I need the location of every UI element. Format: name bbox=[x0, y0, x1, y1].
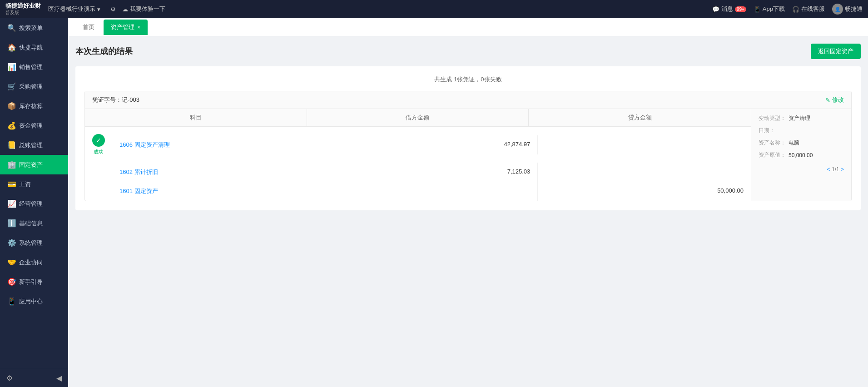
ledger-icon: 📒 bbox=[7, 141, 15, 149]
col-credit-header: 贷方金额 bbox=[529, 109, 751, 126]
asset-name-value: 电脑 bbox=[789, 139, 799, 147]
cell-debit: 42,874.97 bbox=[325, 135, 538, 154]
main-layout: 🔍搜索菜单🏠快捷导航📊销售管理🛒采购管理📦库存核算💰资金管理📒总账管理🏢固定资产… bbox=[0, 18, 868, 387]
success-indicator: ✓ 成功 bbox=[85, 127, 112, 163]
quicknav-icon: 🏠 bbox=[7, 43, 15, 52]
sidebar-item-label: 采购管理 bbox=[19, 83, 43, 91]
asset-name-label: 资产名称： bbox=[759, 139, 786, 147]
company-name: 医疗器械行业演示 bbox=[48, 5, 95, 13]
sidebar-item-label: 总账管理 bbox=[19, 141, 43, 149]
asset-name-row: 资产名称： 电脑 bbox=[759, 139, 844, 147]
chevron-down-icon: ▾ bbox=[97, 6, 100, 13]
voucher-row: 1601 固定资产 50,000.00 bbox=[112, 182, 751, 201]
edit-icon: ✎ bbox=[825, 97, 830, 104]
result-body: 共生成 1张凭证，0张失败 凭证字号：记-003 ✎ 修改 bbox=[75, 66, 861, 210]
sidebar-item-app_center[interactable]: 📱应用中心 bbox=[0, 292, 68, 311]
page-content: 本次生成的结果 返回固定资产 共生成 1张凭证，0张失败 凭证字号：记-003 … bbox=[68, 36, 868, 387]
sidebar-item-label: 快捷导航 bbox=[19, 44, 43, 52]
avatar: 👤 bbox=[832, 4, 843, 15]
gear-icon[interactable]: ⚙ bbox=[6, 374, 13, 382]
date-label: 日期： bbox=[759, 127, 775, 134]
guide-icon: 🎯 bbox=[7, 278, 15, 286]
result-header: 本次生成的结果 返回固定资产 bbox=[75, 44, 861, 59]
operations-icon: 📈 bbox=[7, 199, 15, 208]
sidebar-item-basic_info[interactable]: ℹ️基础信息 bbox=[0, 213, 68, 233]
experience-button[interactable]: ☁ 我要体验一下 bbox=[122, 5, 165, 13]
sidebar-item-label: 固定资产 bbox=[19, 161, 43, 169]
table-row: 1602 累计折旧 7,125.03 bbox=[85, 163, 751, 182]
messages-button[interactable]: 💬 消息 99+ bbox=[712, 5, 746, 13]
cell-credit: 50,000.00 bbox=[538, 182, 751, 201]
sidebar-item-quicknav[interactable]: 🏠快捷导航 bbox=[0, 38, 68, 57]
sidebar-scroll: 🔍搜索菜单🏠快捷导航📊销售管理🛒采购管理📦库存核算💰资金管理📒总账管理🏢固定资产… bbox=[0, 18, 68, 369]
header-right: 💬 消息 99+ 📱 App下载 🎧 在线客服 👤 畅捷通 bbox=[712, 4, 863, 15]
sales-icon: 📊 bbox=[7, 63, 15, 71]
table-row: 1601 固定资产 50,000.00 bbox=[85, 182, 751, 201]
sidebar-item-search[interactable]: 🔍搜索菜单 bbox=[0, 18, 68, 38]
logo-subtitle: 普及版 bbox=[5, 10, 19, 16]
headset-icon: 🎧 bbox=[792, 6, 799, 13]
phone-icon: 📱 bbox=[754, 6, 761, 13]
payroll-icon: 💳 bbox=[7, 180, 15, 189]
sidebar-item-enterprise[interactable]: 🤝企业协同 bbox=[0, 253, 68, 272]
sidebar-item-purchase[interactable]: 🛒采购管理 bbox=[0, 77, 68, 96]
sidebar-item-sales[interactable]: 📊销售管理 bbox=[0, 57, 68, 77]
sidebar-item-label: 新手引导 bbox=[19, 278, 43, 286]
return-fixed-assets-button[interactable]: 返回固定资产 bbox=[811, 44, 861, 59]
pagination: < 1/1 > bbox=[759, 166, 844, 173]
tab-home[interactable]: 首页 bbox=[75, 20, 102, 35]
enterprise-icon: 🤝 bbox=[7, 258, 15, 267]
sidebar-item-guide[interactable]: 🎯新手引导 bbox=[0, 272, 68, 292]
voucher-number: 凭证字号：记-003 bbox=[92, 96, 139, 104]
logo-title: 畅捷通好业财 bbox=[5, 2, 41, 10]
change-type-value: 资产清理 bbox=[789, 114, 810, 122]
online-service-button[interactable]: 🎧 在线客服 bbox=[792, 5, 825, 13]
sidebar-item-ledger[interactable]: 📒总账管理 bbox=[0, 135, 68, 155]
sidebar: 🔍搜索菜单🏠快捷导航📊销售管理🛒采购管理📦库存核算💰资金管理📒总账管理🏢固定资产… bbox=[0, 18, 68, 387]
asset-original-value: 50,000.00 bbox=[789, 152, 813, 159]
change-type-label: 变动类型： bbox=[759, 114, 786, 122]
company-selector[interactable]: 医疗器械行业演示 ▾ bbox=[45, 3, 104, 15]
prev-page-button[interactable]: < bbox=[827, 166, 830, 173]
inventory-icon: 📦 bbox=[7, 102, 15, 110]
app_center-icon: 📱 bbox=[7, 297, 15, 306]
cell-debit: 7,125.03 bbox=[325, 163, 538, 182]
fixed_assets-icon: 🏢 bbox=[7, 160, 15, 169]
message-icon: 💬 bbox=[712, 6, 719, 13]
collapse-icon[interactable]: ◀ bbox=[56, 374, 62, 382]
sidebar-item-label: 系统管理 bbox=[19, 239, 43, 247]
success-icon: ✓ bbox=[92, 134, 105, 147]
table-row: ✓ 成功 1606 固定资产清理 42,874.97 bbox=[85, 127, 751, 163]
search-icon: 🔍 bbox=[7, 24, 15, 32]
sidebar-item-operations[interactable]: 📈经营管理 bbox=[0, 194, 68, 213]
side-info-panel: 变动类型： 资产清理 日期： 资产名称： 电脑 bbox=[751, 109, 851, 201]
change-type-row: 变动类型： 资产清理 bbox=[759, 114, 844, 122]
top-header: 畅捷通好业财 普及版 医疗器械行业演示 ▾ ⚙ ☁ 我要体验一下 💬 消息 99… bbox=[0, 0, 868, 18]
col-subject-header: 科目 bbox=[85, 109, 307, 126]
sidebar-item-fixed_assets[interactable]: 🏢固定资产 bbox=[0, 155, 68, 174]
sidebar-item-label: 资金管理 bbox=[19, 122, 43, 130]
cell-credit bbox=[538, 135, 751, 154]
sidebar-item-inventory[interactable]: 📦库存核算 bbox=[0, 96, 68, 116]
date-row: 日期： bbox=[759, 127, 844, 134]
table-header: 科目 借方金额 贷方金额 bbox=[85, 109, 751, 127]
sidebar-item-payroll[interactable]: 💳工资 bbox=[0, 174, 68, 194]
app-download-button[interactable]: 📱 App下载 bbox=[754, 5, 785, 13]
edit-button[interactable]: ✎ 修改 bbox=[825, 96, 844, 104]
settings-icon[interactable]: ⚙ bbox=[108, 4, 119, 15]
content-area: 首页资产管理× 本次生成的结果 返回固定资产 共生成 1张凭证，0张失败 凭证字… bbox=[68, 18, 868, 387]
sidebar-item-system[interactable]: ⚙️系统管理 bbox=[0, 233, 68, 253]
sidebar-item-label: 库存核算 bbox=[19, 102, 43, 110]
voucher-row: 1606 固定资产清理 42,874.97 bbox=[112, 135, 751, 154]
asset-original-row: 资产原值： 50,000.00 bbox=[759, 151, 844, 159]
next-page-button[interactable]: > bbox=[841, 166, 844, 173]
user-area[interactable]: 👤 畅捷通 bbox=[832, 4, 863, 15]
tab-asset_mgmt[interactable]: 资产管理× bbox=[104, 20, 148, 35]
voucher-content: 科目 借方金额 贷方金额 ✓ 成功 1606 固定资产清理 42,874.97 … bbox=[85, 109, 851, 201]
sidebar-bottom: ⚙ ◀ bbox=[0, 369, 68, 387]
success-text: 成功 bbox=[94, 149, 104, 155]
table-rows: ✓ 成功 1606 固定资产清理 42,874.97 1602 累计折旧 7,1… bbox=[85, 127, 751, 201]
tab-close-icon[interactable]: × bbox=[137, 24, 140, 30]
sidebar-item-funds[interactable]: 💰资金管理 bbox=[0, 116, 68, 135]
tab-label: 资产管理 bbox=[111, 23, 134, 31]
